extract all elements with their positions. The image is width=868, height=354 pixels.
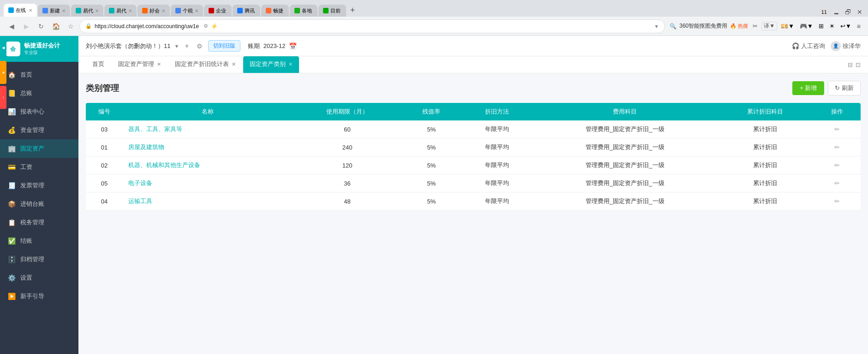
name-link-1[interactable]: 房屋及建筑物 xyxy=(128,144,164,150)
sidebar-item-invoice[interactable]: 🧾 发票管理 xyxy=(0,176,78,195)
service-button[interactable]: 🎧 人工咨询 xyxy=(792,42,825,50)
left-strip-2[interactable]: ★ xyxy=(0,61,6,84)
sidebar-item-archive[interactable]: 🗄️ 归档管理 xyxy=(0,250,78,269)
tab-add-button[interactable]: + xyxy=(347,5,358,16)
edit-button-0[interactable]: ✏ xyxy=(834,126,840,133)
invoice-icon: 🧾 xyxy=(7,181,16,190)
home-button[interactable]: 🏠 xyxy=(50,20,62,32)
browser-tab-3[interactable]: 易代 ✕ xyxy=(71,5,103,17)
cell-expense-3: 管理费用_固定资产折旧_一级 xyxy=(533,174,717,192)
tab-close-icon[interactable]: ✕ xyxy=(62,8,66,13)
url-bar[interactable]: 🔒 https://cloud.chanjet.com/accounting/u… xyxy=(79,19,665,33)
sidebar-item-ledger[interactable]: 📒 总账 xyxy=(0,84,78,102)
sidebar-item-tax[interactable]: 📋 税务管理 xyxy=(0,213,78,232)
tab-minimize-icon[interactable]: ⊟ xyxy=(848,61,853,68)
bookmark-button[interactable]: ☆ xyxy=(65,20,77,32)
cell-action-3: ✏ xyxy=(814,174,861,192)
browser-tab-7[interactable]: 企业 xyxy=(204,5,232,17)
sidebar-item-report[interactable]: 📊 报表中心 xyxy=(0,102,78,121)
tab-close-category-icon[interactable]: ✕ xyxy=(288,61,293,67)
tab-home[interactable]: 首页 xyxy=(86,56,111,73)
browser-tab-10[interactable]: 各地 xyxy=(290,5,317,17)
page-title-row: 类别管理 + 新增 ↻ 刷新 xyxy=(86,81,861,96)
table-row: 02 机器、机械和其他生产设备 120 5% 年限平均 管理费用_固定资产折旧_… xyxy=(86,156,861,174)
grid-icon[interactable]: ⊞ xyxy=(817,23,826,30)
tab-depreciation-stats[interactable]: 固定资产折旧统计表 ✕ xyxy=(168,56,242,73)
name-link-3[interactable]: 电子设备 xyxy=(128,180,152,186)
user-info[interactable]: 👤 徐泽华 xyxy=(831,41,861,51)
browser-tab-active[interactable]: 在线 ✕ xyxy=(4,4,37,17)
tab-close-icon[interactable]: ✕ xyxy=(162,8,165,13)
wallet-icon[interactable]: 💴▼ xyxy=(779,23,796,30)
tab-close-icon[interactable]: ✕ xyxy=(29,8,32,13)
more-icon[interactable]: ≡ xyxy=(855,23,862,30)
table-row: 03 器具、工具、家具等 60 5% 年限平均 管理费用_固定资产折旧_一级 累… xyxy=(86,120,861,138)
sidebar-item-fixed-asset-label: 固定资产 xyxy=(20,144,44,153)
sidebar-item-fund[interactable]: 💰 资金管理 xyxy=(0,121,78,139)
browser-tab-5[interactable]: 好会 ✕ xyxy=(138,5,170,17)
sidebar-item-settings[interactable]: ⚙️ 设置 xyxy=(0,269,78,287)
browser-tab-6[interactable]: 个税 ✕ xyxy=(171,5,203,17)
browser-tab-2[interactable]: 新建 ✕ xyxy=(38,5,70,17)
sidebar-item-home-label: 首页 xyxy=(20,71,32,79)
settings-header-icon[interactable]: ⚙ xyxy=(195,42,204,50)
tab-close-mgmt-icon[interactable]: ✕ xyxy=(157,61,161,67)
edit-button-4[interactable]: ✏ xyxy=(834,198,840,205)
calendar-icon[interactable]: 📅 xyxy=(289,42,297,50)
browser-tab-11[interactable]: 目前 xyxy=(318,5,346,17)
tab-fixed-asset-mgmt[interactable]: 固定资产管理 ✕ xyxy=(112,56,168,73)
browser-tab-9[interactable]: 畅捷 xyxy=(261,5,289,17)
sidebar-item-settlement[interactable]: ✅ 结账 xyxy=(0,232,78,250)
sidebar-item-guide-label: 新手引导 xyxy=(20,292,44,300)
cell-name-3: 电子设备 xyxy=(123,174,293,192)
left-strip-1[interactable]: ◀ xyxy=(0,36,6,59)
tab-fixed-asset-category[interactable]: 固定资产类别 ✕ xyxy=(243,56,299,73)
tab-maximize-icon[interactable]: ⊡ xyxy=(856,61,861,68)
scissors-icon[interactable]: ✂ xyxy=(751,23,760,30)
switch-version-button[interactable]: 切到旧版 xyxy=(208,40,240,52)
logo-icon: 会 xyxy=(6,42,20,56)
name-link-0[interactable]: 器具、工具、家具等 xyxy=(128,126,182,132)
cell-action-2: ✏ xyxy=(814,156,861,174)
sidebar-item-home[interactable]: 🏠 首页 xyxy=(0,66,78,84)
lightning-icon: ⚡ xyxy=(211,23,218,30)
sidebar-item-guide[interactable]: ▶️ 新手引导 xyxy=(0,287,78,306)
brightness-icon[interactable]: ☀ xyxy=(827,23,837,30)
left-strip-3[interactable]: ! xyxy=(0,86,6,109)
cell-name-0: 器具、工具、家具等 xyxy=(123,120,293,138)
app-layout: 会 畅捷通好会计 专业版 🏠 首页 📒 总账 📊 报表中心 💰 资金管理 xyxy=(0,36,868,354)
col-header-accumulated: 累计折旧科目 xyxy=(717,103,814,120)
name-link-2[interactable]: 机器、机械和其他生产设备 xyxy=(128,162,200,168)
game-icon[interactable]: 🎮▼ xyxy=(798,23,815,30)
browser-tab-8[interactable]: 腾讯 xyxy=(233,5,260,17)
tab-close-icon[interactable]: ✕ xyxy=(195,8,198,13)
sidebar-item-fixed-asset[interactable]: 🏢 固定资产 xyxy=(0,139,78,158)
add-period-icon[interactable]: + xyxy=(183,42,191,50)
tab-close-stats-icon[interactable]: ✕ xyxy=(232,61,236,67)
edit-button-3[interactable]: ✏ xyxy=(834,180,840,187)
edit-button-1[interactable]: ✏ xyxy=(834,144,840,151)
tab-close-icon[interactable]: ✕ xyxy=(95,8,99,13)
cell-residual-0: 5% xyxy=(401,120,461,138)
restore-window-icon[interactable]: 🗗 xyxy=(843,8,853,16)
window-controls[interactable]: 🗕 xyxy=(831,8,841,16)
close-window-icon[interactable]: ✕ xyxy=(855,8,864,16)
dropdown-icon[interactable]: ▼ xyxy=(174,43,179,49)
forward-button[interactable]: ▶ xyxy=(20,20,32,32)
undo-icon[interactable]: ↩▼ xyxy=(838,23,853,30)
sidebar-item-payroll[interactable]: 💳 工资 xyxy=(0,158,78,176)
refresh-button[interactable]: ↻ 刷新 xyxy=(828,81,861,96)
browser-tab-4[interactable]: 易代 ✕ xyxy=(104,5,137,17)
edit-button-2[interactable]: ✏ xyxy=(834,162,840,169)
sidebar-item-settlement-label: 结账 xyxy=(20,237,32,245)
tab-close-icon[interactable]: ✕ xyxy=(128,8,132,13)
back-button[interactable]: ◀ xyxy=(6,20,18,32)
cell-residual-2: 5% xyxy=(401,156,461,174)
translate-icon[interactable]: 译▼ xyxy=(761,22,777,30)
url-dropdown-icon[interactable]: ▼ xyxy=(654,24,659,29)
add-button[interactable]: + 新增 xyxy=(792,81,824,95)
site-info-icon[interactable]: ⚙ xyxy=(204,23,208,29)
name-link-4[interactable]: 运输工具 xyxy=(128,198,152,204)
sidebar-item-stock[interactable]: 📦 进销台账 xyxy=(0,195,78,213)
reload-button[interactable]: ↻ xyxy=(35,20,47,32)
